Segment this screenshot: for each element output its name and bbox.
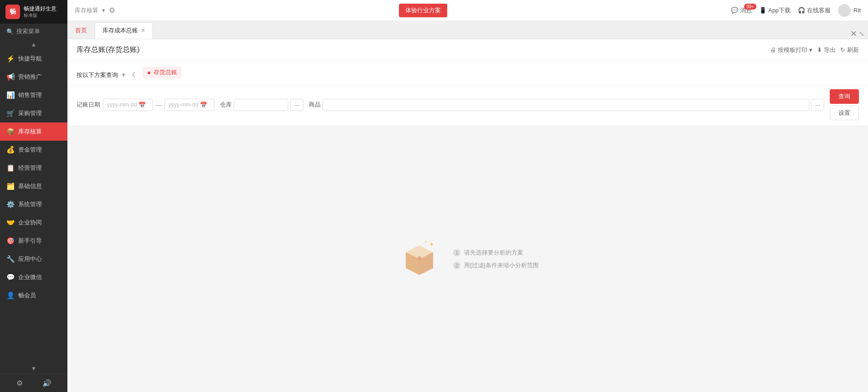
calendar-from-icon[interactable]: 📅 (138, 102, 146, 108)
service-icon: 🎧 (798, 7, 805, 14)
scroll-up-btn[interactable]: ▲ (0, 39, 67, 50)
tab-close-icon[interactable]: ✕ (141, 27, 145, 34)
date-to-input[interactable]: yyyy-mm-dd 📅 (164, 99, 214, 111)
topbar-right: 💬 消息 99+ 📱 App下载 🎧 在线客服 Rit (731, 4, 861, 17)
avatar (838, 4, 851, 17)
sidebar-item-quick-nav[interactable]: ⚡ 快捷导航 (0, 50, 67, 68)
sidebar-item-wechat[interactable]: 💬 企业微信 (0, 268, 67, 286)
user-area[interactable]: Rit (838, 4, 861, 17)
purchase-icon: 🛒 (6, 109, 15, 117)
svg-text:✦: ✦ (424, 240, 427, 244)
empty-tips: 1 请先选择要分析的方案 2 用[过滤]条件来缩小分析范围 (453, 249, 538, 270)
sales-icon: 📊 (6, 91, 15, 99)
date-label: 记账日期 (77, 101, 100, 109)
sidebar-item-finance[interactable]: 💰 资金管理 (0, 141, 67, 159)
sidebar-item-basic[interactable]: 🗂️ 基础信息 (0, 177, 67, 195)
sidebar-search[interactable]: 🔍 搜索菜单 (0, 24, 67, 39)
tip-num-1: 1 (453, 249, 460, 256)
filter-label: 按以下方案查询 ＋ 《 (77, 66, 135, 80)
filter-scheme-item[interactable]: ● 存货总账 (143, 66, 182, 78)
main-area: 库存核算 ▾ ⚙ 体验行业方案 💬 消息 99+ 📱 App下载 🎧 在线客服 … (67, 0, 868, 392)
message-icon: 💬 (731, 7, 738, 14)
sidebar-item-marketing[interactable]: 📢 营销推广 (0, 68, 67, 86)
date-from-input[interactable]: yyyy-mm-dd 📅 (103, 99, 153, 111)
logo-icon: 畅 (5, 5, 20, 19)
message-badge: 99+ (744, 4, 756, 10)
sidebar-item-system[interactable]: ⚙️ 系统管理 (0, 195, 67, 214)
filter-area: 按以下方案查询 ＋ 《 ● 存货总账 (67, 61, 868, 86)
quick-nav-icon: ⚡ (6, 55, 15, 63)
filter-inputs: 记账日期 yyyy-mm-dd 📅 — yyyy-mm-dd 📅 仓库 ··· … (67, 86, 868, 126)
settings-btn[interactable]: 设置 (830, 106, 859, 120)
goods-field: 商品 ··· (309, 99, 824, 111)
sidebar-item-guide[interactable]: 🎯 新手引导 (0, 232, 67, 250)
app-download-btn[interactable]: 📱 App下载 (759, 6, 791, 15)
user-name: Rit (853, 7, 861, 14)
svg-text:✦: ✦ (429, 241, 434, 248)
filter-collapse-btn[interactable]: 《 (129, 71, 135, 79)
date-field: 记账日期 yyyy-mm-dd 📅 — yyyy-mm-dd 📅 (77, 99, 214, 111)
window-resize-btn[interactable]: ⤡ (859, 30, 864, 37)
guide-icon: 🎯 (6, 237, 15, 245)
tab-home[interactable]: 首页 (67, 22, 95, 39)
goods-label: 商品 (309, 101, 321, 109)
sidebar-item-inventory[interactable]: 📦 库存核算 (0, 122, 67, 141)
print-icon: 🖨 (770, 46, 776, 53)
appstore-icon: 🔧 (6, 255, 15, 263)
wechat-icon: 💬 (6, 273, 15, 281)
content-area: ✦ ✦ 1 请先选择要分析的方案 2 用[过滤]条件来缩小分析范围 (67, 126, 868, 392)
topbar-breadcrumb: 库存核算 (75, 6, 98, 15)
topbar-dropdown-icon[interactable]: ▾ (102, 7, 105, 14)
online-service-btn[interactable]: 🎧 在线客服 (798, 6, 831, 15)
trial-btn[interactable]: 体验行业方案 (399, 4, 447, 17)
message-btn[interactable]: 💬 消息 99+ (731, 6, 752, 15)
sidebar-item-sales[interactable]: 📊 销售管理 (0, 86, 67, 104)
svg-point-6 (418, 256, 421, 260)
tabs-bar: 首页 库存成本总账 ✕ ✕ ⤡ (67, 21, 868, 39)
sidebar: 畅 畅捷通好生意 标准版 🔍 搜索菜单 ▲ ⚡ 快捷导航 📢 营销推广 📊 销售… (0, 0, 67, 392)
page-header: 库存总账(存货总账) 🖨 按模板打印 ▾ ⬇ 导出 ↻ 刷新 (67, 39, 868, 61)
date-separator: — (156, 102, 162, 108)
sidebar-footer: ⚙ 🔊 (0, 374, 67, 392)
warehouse-more-btn[interactable]: ··· (290, 99, 303, 111)
scheme-icon: ● (147, 69, 151, 76)
mute-icon[interactable]: 🔊 (42, 379, 51, 387)
sidebar-item-appstore[interactable]: 🔧 应用中心 (0, 250, 67, 268)
search-icon: 🔍 (6, 28, 14, 35)
refresh-icon: ↻ (840, 46, 845, 53)
page-actions: 🖨 按模板打印 ▾ ⬇ 导出 ↻ 刷新 (770, 46, 859, 54)
empty-tip-1: 1 请先选择要分析的方案 (453, 249, 538, 257)
action-buttons: 查询 设置 (830, 89, 859, 120)
tab-inventory-ledger[interactable]: 库存成本总账 ✕ (95, 22, 153, 39)
tip-text-2: 用[过滤]条件来缩小分析范围 (464, 261, 538, 270)
empty-illustration: ✦ ✦ (397, 236, 442, 282)
logo-text: 畅捷通好生意 标准版 (24, 5, 56, 19)
sidebar-item-corp[interactable]: 🤝 企业协同 (0, 214, 67, 232)
print-dropdown-icon: ▾ (809, 46, 812, 53)
sidebar-item-purchase[interactable]: 🛒 采购管理 (0, 104, 67, 122)
inventory-icon: 📦 (6, 127, 15, 136)
tip-text-1: 请先选择要分析的方案 (464, 249, 523, 257)
calendar-to-icon[interactable]: 📅 (200, 102, 207, 108)
system-icon: ⚙️ (6, 200, 15, 209)
warehouse-input[interactable] (234, 99, 288, 111)
search-btn[interactable]: 查询 (830, 89, 859, 104)
print-btn[interactable]: 🖨 按模板打印 ▾ (770, 46, 812, 54)
sidebar-nav: ⚡ 快捷导航 📢 营销推广 📊 销售管理 🛒 采购管理 📦 库存核算 💰 资金管… (0, 50, 67, 363)
window-close-btn[interactable]: ✕ (850, 29, 857, 39)
goods-input[interactable] (322, 99, 809, 111)
filter-add-btn[interactable]: ＋ (120, 70, 127, 80)
export-btn[interactable]: ⬇ 导出 (817, 46, 836, 54)
topbar-settings-icon[interactable]: ⚙ (109, 6, 115, 15)
scroll-down-btn[interactable]: ▼ (0, 363, 67, 374)
settings-icon[interactable]: ⚙ (16, 379, 23, 387)
empty-tip-2: 2 用[过滤]条件来缩小分析范围 (453, 261, 538, 270)
finance-icon: 💰 (6, 146, 15, 154)
sidebar-item-member[interactable]: 👤 畅会员 (0, 286, 67, 305)
refresh-btn[interactable]: ↻ 刷新 (840, 46, 859, 54)
goods-more-btn[interactable]: ··· (811, 99, 824, 111)
sidebar-item-operation[interactable]: 📋 经营管理 (0, 159, 67, 177)
export-icon: ⬇ (817, 46, 822, 53)
tabs-right-actions: ✕ ⤡ (850, 29, 868, 39)
topbar-left: 库存核算 ▾ ⚙ (75, 6, 115, 15)
